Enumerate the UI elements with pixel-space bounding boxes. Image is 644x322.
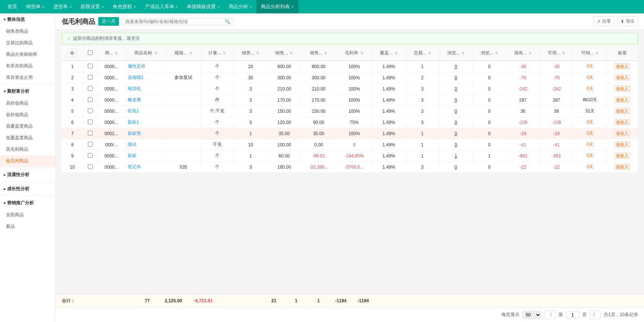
sidebar-item-high-coverage[interactable]: 高覆盖度商品 — [0, 121, 55, 132]
sort-icon[interactable]: ⇅ — [462, 51, 465, 55]
next-page-button[interactable]: 〉 — [590, 310, 601, 319]
nav-product-analysis-list[interactable]: 商品分析列表 × — [256, 0, 298, 13]
sort-icon[interactable]: ⇅ — [529, 51, 532, 55]
sidebar-group-overview-title[interactable]: ▾ 整体信息 — [0, 13, 55, 26]
nav-purchase-order[interactable]: 进货单 × — [49, 0, 76, 13]
cell-view1[interactable]: 0 — [439, 128, 472, 139]
cell-view1[interactable]: 0 — [439, 83, 472, 95]
nav-permission-settings[interactable]: 权限设置 × — [76, 0, 108, 13]
share-button[interactable]: ↗ 分享 — [593, 16, 614, 26]
sort-icon[interactable]: ⇅ — [154, 51, 157, 55]
filter-recent-month[interactable]: 近一月 — [98, 17, 119, 26]
sort-icon[interactable]: ⇅ — [290, 51, 293, 55]
sort-icon[interactable]: ⇅ — [115, 51, 118, 55]
cell-checkbox[interactable] — [83, 106, 97, 117]
cell-view1[interactable]: 1 — [439, 150, 472, 162]
page-size-select[interactable]: 50 100 200 — [522, 311, 541, 319]
sort-icon[interactable]: ⇅ — [223, 51, 226, 55]
sort-icon[interactable]: ⇅ — [324, 51, 327, 55]
row-checkbox[interactable] — [88, 108, 93, 113]
cell-name[interactable]: 测试 — [125, 139, 166, 150]
cell-checkbox[interactable] — [83, 128, 97, 139]
col-settings[interactable]: ⚙ — [62, 46, 83, 61]
cell-checkbox[interactable] — [83, 83, 97, 95]
nav-product-warehouse[interactable]: 产成品入库单 × — [141, 0, 182, 13]
cell-view1[interactable]: 0 — [439, 117, 472, 128]
cell-view1[interactable]: 0 — [439, 72, 472, 83]
close-icon[interactable]: × — [42, 4, 44, 9]
sidebar-item-low-value[interactable]: 低价值商品 — [0, 109, 55, 121]
export-button[interactable]: ⬆ 导出 — [617, 16, 638, 26]
sort-icon[interactable]: ⇅ — [189, 51, 192, 55]
cell-name[interactable]: 鼠标垫 — [125, 128, 166, 139]
cell-view1[interactable]: 0 — [439, 106, 472, 117]
close-icon[interactable]: × — [217, 4, 220, 9]
close-icon[interactable]: × — [291, 4, 294, 9]
sidebar-item-low-margin[interactable]: 低毛利商品 — [0, 155, 55, 167]
sort-icon[interactable]: ⇅ — [596, 51, 599, 55]
sidebar-item-stock-goods[interactable]: 有库存的商品 — [0, 60, 55, 72]
row-checkbox[interactable] — [88, 142, 93, 147]
view1-link[interactable]: 1 — [455, 153, 457, 159]
cell-view1[interactable]: 0 — [439, 162, 472, 173]
sort-icon[interactable]: ⇅ — [256, 51, 259, 55]
cell-name[interactable]: 铅笔1 — [125, 106, 166, 117]
nav-product-analysis[interactable]: 商品分析 × — [224, 0, 256, 13]
sidebar-group-flow-title[interactable]: ▸ 流通性分析 — [0, 169, 55, 181]
sort-icon[interactable]: ⇅ — [361, 51, 363, 55]
sidebar-item-low-coverage[interactable]: 低覆盖度商品 — [0, 132, 55, 144]
nav-home[interactable]: 首页 — [3, 0, 22, 13]
row-checkbox[interactable] — [88, 119, 93, 124]
view1-link[interactable]: 0 — [455, 165, 457, 170]
sidebar-group-growth-title[interactable]: ▸ 成长性分析 — [0, 183, 55, 195]
search-icon[interactable]: 🔍 — [225, 19, 230, 24]
sidebar-item-all-goods[interactable]: 全部商品 — [0, 209, 55, 221]
cell-name[interactable]: 鼠标 — [125, 150, 166, 162]
cell-checkbox[interactable] — [83, 162, 97, 173]
nav-template-settings[interactable]: 单据模板设置 × — [182, 0, 224, 13]
cell-name[interactable]: 鼠标1 — [125, 117, 166, 128]
row-checkbox[interactable] — [88, 153, 93, 158]
row-checkbox[interactable] — [88, 75, 93, 80]
close-icon[interactable]: × — [176, 4, 178, 9]
view1-link[interactable]: 0 — [455, 86, 457, 92]
cell-name[interactable]: 吴细细1 — [125, 72, 166, 83]
sidebar-item-traded-goods[interactable]: 交易过的商品 — [0, 37, 55, 49]
cell-view1[interactable]: 0 — [439, 61, 472, 72]
close-icon[interactable]: × — [102, 4, 104, 9]
row-checkbox[interactable] — [88, 86, 93, 91]
close-icon[interactable]: × — [250, 4, 252, 9]
view1-link[interactable]: 0 — [455, 75, 457, 80]
nav-role-auth[interactable]: 角色授权 × — [108, 0, 140, 13]
cell-view1[interactable]: 0 — [439, 139, 472, 150]
cell-name[interactable]: 笔记本 — [125, 162, 166, 173]
sort-icon[interactable]: ⇅ — [428, 51, 431, 55]
view1-link[interactable]: 0 — [455, 98, 457, 103]
cell-checkbox[interactable] — [83, 72, 97, 83]
settings-icon-btn[interactable]: ⚙ — [67, 49, 77, 57]
page-number-input[interactable] — [566, 311, 579, 319]
view1-link[interactable]: 0 — [455, 120, 457, 125]
sidebar-item-high-value[interactable]: 高价值商品 — [0, 98, 55, 109]
sidebar-item-category-rate[interactable]: 商品分类助销率 — [0, 49, 55, 60]
sidebar-item-sales-goods[interactable]: 销售类商品 — [0, 26, 55, 37]
sort-icon[interactable]: ⇅ — [395, 51, 398, 55]
cell-checkbox[interactable] — [83, 61, 97, 72]
sort-icon[interactable]: ⇅ — [562, 51, 565, 55]
view1-link[interactable]: 0 — [455, 64, 457, 69]
sidebar-item-high-margin[interactable]: 高毛利商品 — [0, 144, 55, 155]
cell-checkbox[interactable] — [83, 117, 97, 128]
row-checkbox[interactable] — [88, 131, 93, 136]
close-icon[interactable]: × — [69, 4, 71, 9]
cell-name[interactable]: 橡皮擦 — [125, 95, 166, 106]
prev-page-button[interactable]: 〈 — [544, 310, 555, 319]
row-checkbox[interactable] — [88, 64, 93, 68]
sidebar-group-marketing-title[interactable]: ▾ 营销推广分析 — [0, 197, 55, 209]
cell-checkbox[interactable] — [83, 95, 97, 106]
view1-link[interactable]: 0 — [455, 131, 457, 136]
view1-link[interactable]: 0 — [455, 142, 457, 147]
search-box[interactable]: 🔍 — [122, 18, 234, 25]
cell-name[interactable]: 电话机 — [125, 83, 166, 95]
row-checkbox[interactable] — [88, 164, 93, 169]
nav-sales-order[interactable]: 销货单 × — [22, 0, 49, 13]
